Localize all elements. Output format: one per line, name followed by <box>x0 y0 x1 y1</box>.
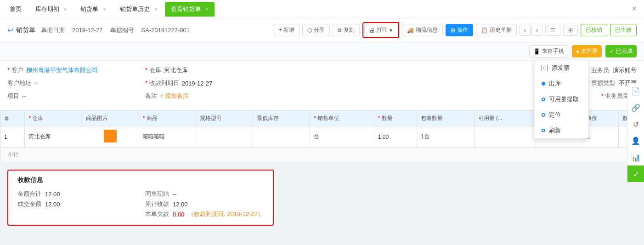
from-phone-button[interactable]: 📱 来自手机 <box>529 45 568 57</box>
project-field: 项目 -- <box>7 92 136 100</box>
sidebar-icon-2[interactable]: 🔗 <box>627 99 644 116</box>
amount-total-row: 金额合计 12.00 <box>17 189 136 199</box>
project-label: 项目 <box>7 92 19 100</box>
sidebar-icon-4[interactable]: 👤 <box>627 132 644 149</box>
address-label: 客户地址 <box>7 79 31 87</box>
share-button[interactable]: ⬡ 分享 <box>302 24 330 36</box>
col-quantity: * 数量 <box>374 111 417 126</box>
refresh-icon <box>542 129 545 132</box>
doc-title-text: 销货单 <box>16 26 35 34</box>
employee-label: 业务员 <box>591 66 609 74</box>
same-order-settlement-row: 同单现结 -- <box>145 189 264 199</box>
row-unit: 台 <box>310 126 374 148</box>
logistics-button[interactable]: 🚚 物流信息 <box>402 24 443 36</box>
subtotal-row: 小计 <box>0 148 644 162</box>
done-icon: ✓ <box>610 48 614 55</box>
operation-icon: ⊞ <box>451 27 455 34</box>
sidebar-icon-5[interactable]: 📊 <box>627 149 644 165</box>
history-icon: 📋 <box>481 27 488 34</box>
sidebar-icon-expand[interactable]: ⤢ <box>627 165 644 182</box>
tab-sales-history-close[interactable]: × <box>154 6 157 12</box>
doc-date-value: 2019-12-27 <box>72 27 103 34</box>
note-label: 备注 <box>145 92 157 100</box>
cumulative-receipt-row: 累计收款 12.00 <box>145 199 264 209</box>
tab-inventory-init[interactable]: 库存期初 × <box>29 2 73 17</box>
row-quantity: 1.00 <box>374 126 417 148</box>
right-sidebar: 📄 🔗 ↺ 👤 📊 ⤢ <box>627 83 644 182</box>
outbound-label: 出库 <box>549 80 561 88</box>
tab-sales-order[interactable]: 销货单 × <box>74 2 112 17</box>
row-product: 嘻嘻嘻嘻 <box>139 126 196 148</box>
customer-value[interactable]: 柳州粤港平安气体有限公司 <box>26 66 98 74</box>
customer-label: 客户 <box>7 66 23 74</box>
tab-view-sales[interactable]: 查看销货单 × <box>165 2 214 17</box>
grid-view-button[interactable]: ⊞ <box>563 25 578 36</box>
amount-total-value: 12.00 <box>45 191 60 198</box>
payment-title: 收款信息 <box>17 176 264 184</box>
transaction-amount-label: 成交金额 <box>17 200 41 208</box>
operation-button[interactable]: ⊞ 操作 <box>446 24 473 36</box>
col-product: * 商品 <box>139 111 196 126</box>
logistics-icon: 🚚 <box>407 27 414 34</box>
dropdown-locate[interactable]: 定位 <box>534 107 588 123</box>
cancelled-status[interactable]: 已核销 <box>581 24 607 36</box>
cumulative-receipt-label: 累计收款 <box>145 200 169 208</box>
col-warehouse: * 仓库 <box>25 111 82 126</box>
next-arrow[interactable]: › <box>531 25 542 36</box>
sidebar-icon-3[interactable]: ↺ <box>627 116 644 132</box>
tab-sales-history-label: 销货单历史 <box>120 5 150 13</box>
sidebar-icon-1[interactable]: 📄 <box>627 83 644 99</box>
tab-sales-order-close[interactable]: × <box>103 6 106 12</box>
prev-arrow[interactable]: ‹ <box>520 25 531 36</box>
history-button[interactable]: 📋 历史单据 <box>476 24 517 36</box>
project-value: -- <box>22 93 26 100</box>
tab-home[interactable]: 首页 <box>4 2 28 17</box>
tab-sales-history[interactable]: 销货单历史 × <box>114 2 163 17</box>
current-owed-row: 本单欠款 0.00 （收款到期日: 2019-12-27） <box>145 209 264 219</box>
doc-header: ↩ 销货单 单据日期 2019-12-27 单据编号 SA-20191227-0… <box>0 18 644 42</box>
cumulative-receipt-value: 12.00 <box>173 201 188 208</box>
tab-view-sales-close[interactable]: × <box>205 6 208 12</box>
tab-inventory-init-close[interactable]: × <box>64 6 67 12</box>
payment-box: 收款信息 金额合计 12.00 成交金额 12.00 同单现结 -- <box>7 170 274 226</box>
doc-icon: ↩ <box>7 26 13 34</box>
doc-number-value: SA-20191227-001 <box>141 27 190 34</box>
share-icon: ⬡ <box>307 27 312 34</box>
nav-arrows: ‹ › <box>520 25 542 36</box>
row-warehouse: 河北仓库 <box>25 126 82 148</box>
print-button[interactable]: 🖨 打印 ▾ <box>364 24 397 36</box>
dropdown-available-qty[interactable]: 可用量提取 <box>534 91 588 107</box>
refresh-label: 刷新 <box>549 126 561 135</box>
list-view-button[interactable]: ☰ <box>545 25 560 36</box>
transaction-amount-value: 12.00 <box>45 201 60 208</box>
window-close-button[interactable]: × <box>628 4 640 14</box>
copy-button[interactable]: ⧉ 复制 <box>333 24 360 36</box>
col-image: 商品图片 <box>82 111 139 126</box>
print-chevron-icon: ▾ <box>390 27 392 34</box>
dropdown-refresh[interactable]: 刷新 <box>534 123 588 138</box>
dropdown-add-invoice[interactable]: □ 添发票 <box>534 60 588 76</box>
note-field: 备注 添加备注 <box>145 92 274 100</box>
effective-status[interactable]: 已生效 <box>610 24 637 36</box>
new-button[interactable]: + 新增 <box>274 24 299 36</box>
share-label: 分享 <box>314 26 325 34</box>
subtotal-label: 小计 <box>0 148 644 162</box>
not-open-button[interactable]: ● 未开票 <box>572 45 602 57</box>
add-invoice-label: 添发票 <box>552 64 570 72</box>
not-open-icon: ● <box>576 48 579 55</box>
add-note-button[interactable]: 添加备注 <box>160 92 189 100</box>
warehouse-field: 仓库 河北仓库 <box>145 66 274 74</box>
done-button[interactable]: ✓ 已完成 <box>605 45 637 57</box>
operation-label: 操作 <box>457 26 468 34</box>
payment-grid-left: 金额合计 12.00 成交金额 12.00 <box>17 189 136 219</box>
col-settings[interactable]: ⚙ <box>0 111 25 126</box>
from-phone-label: 来自手机 <box>542 47 564 55</box>
logistics-label: 物流信息 <box>416 26 438 34</box>
dropdown-outbound[interactable]: 出库 <box>534 76 588 91</box>
row-image <box>82 126 139 148</box>
amount-total-label: 金额合计 <box>17 190 41 198</box>
employee-field: 业务员 演示账号 <box>591 66 637 74</box>
tab-inventory-init-label: 库存期初 <box>35 5 59 13</box>
payment-grid: 金额合计 12.00 成交金额 12.00 同单现结 -- 累计收款 <box>17 189 264 219</box>
operation-dropdown: □ 添发票 出库 可用量提取 定位 刷新 <box>534 60 589 139</box>
